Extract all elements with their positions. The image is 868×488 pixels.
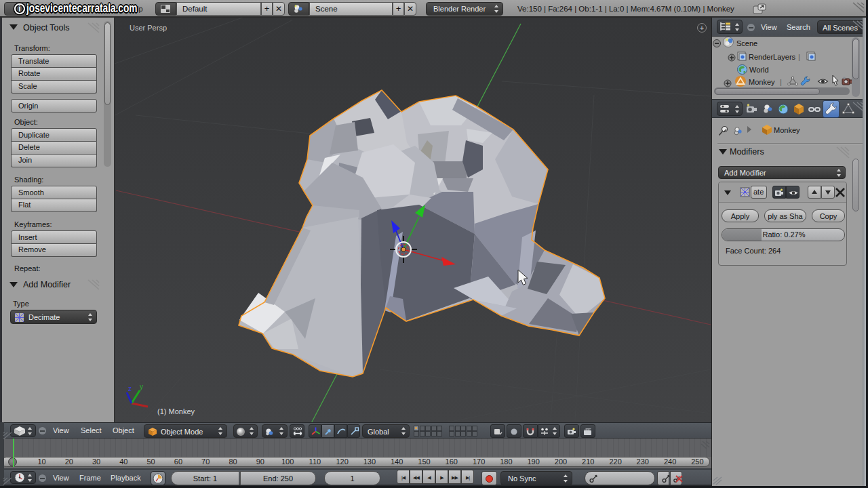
- svg-text:z: z: [128, 385, 132, 392]
- svg-text:y: y: [140, 383, 143, 390]
